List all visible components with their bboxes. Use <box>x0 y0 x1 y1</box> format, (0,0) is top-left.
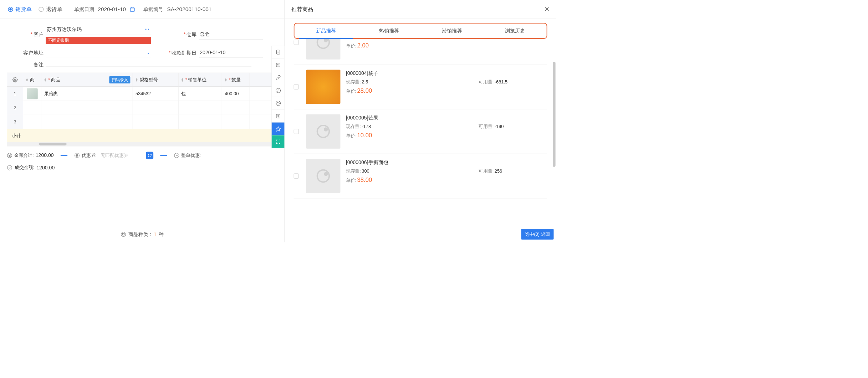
recommend-item[interactable]: [0000006]手撕面包 现存量: 300 可用量: 256 单价: 38.0… <box>294 154 547 198</box>
item-checkbox[interactable] <box>294 40 299 45</box>
customer-label: 客户 <box>34 31 44 37</box>
item-thumb <box>306 70 340 104</box>
duedate-label: 收款到期日 <box>172 50 197 55</box>
product-thumb[interactable] <box>27 88 38 99</box>
row-index: 1 <box>7 87 23 101</box>
avail-label: 可用量: <box>479 79 494 84</box>
price-label: 单价: <box>346 178 356 183</box>
stock-value: 300 <box>362 168 369 173</box>
cell-unit[interactable]: 包 <box>179 87 222 101</box>
tab-slow-recommend[interactable]: 滞销推荐 <box>420 24 484 38</box>
avail-label: 可用量: <box>479 124 494 129</box>
svg-point-4 <box>14 79 16 80</box>
item-name: [0000005]芒果 <box>346 114 547 121</box>
scan-entry-button[interactable]: 扫码录入 <box>109 76 130 83</box>
stock-value: -178 <box>362 124 371 129</box>
close-icon[interactable]: ✕ <box>544 5 550 13</box>
address-chevron-icon[interactable]: ⌄ <box>147 50 150 55</box>
col-qty[interactable]: ▲▼*数量 <box>222 73 249 86</box>
col-image[interactable]: ▲▼商 <box>23 73 41 86</box>
tab-return-order[interactable]: 退货单 <box>39 6 62 13</box>
footer-unit: 种 <box>159 231 164 237</box>
cell-qty[interactable]: 400.00 <box>222 87 249 101</box>
svg-point-23 <box>317 126 330 138</box>
price-value: 28.00 <box>357 87 372 94</box>
dock-exchange-icon[interactable] <box>272 84 285 97</box>
coupon-refresh-button[interactable] <box>146 152 153 159</box>
calendar-icon[interactable] <box>129 6 135 12</box>
recommend-item[interactable]: [0000005]芒果 现存量: -178 可用量: -190 单价: 10.0… <box>294 109 547 154</box>
item-thumb <box>306 114 340 149</box>
dock-link-icon[interactable] <box>272 71 285 84</box>
stock-label: 现存量: <box>346 124 361 129</box>
tab-hot-recommend[interactable]: 热销推荐 <box>357 24 420 38</box>
item-checkbox[interactable] <box>294 85 299 90</box>
price-label: 单价: <box>346 89 356 94</box>
tab-browse-history[interactable]: 浏览历史 <box>484 24 547 38</box>
grid-row[interactable]: 3 <box>7 115 277 129</box>
stock-value: 2.5 <box>362 79 368 84</box>
price-value: 10.00 <box>357 132 372 139</box>
price-value: 38.00 <box>357 177 372 183</box>
customer-value[interactable]: 苏州万达沃尔玛 <box>47 26 82 33</box>
cell-name[interactable]: 果倍爽 <box>41 87 133 101</box>
col-spec[interactable]: ▲▼规格型号 <box>133 73 178 86</box>
dock-expand-icon[interactable] <box>272 135 285 148</box>
svg-marker-18 <box>276 127 280 131</box>
row-index: 2 <box>7 101 23 115</box>
customer-picker-icon[interactable]: ⋯ <box>144 26 150 32</box>
col-product[interactable]: ▲▼*商品 扫码录入 <box>41 73 133 86</box>
deal-amount-label: 成交金额: <box>15 165 34 171</box>
dock-star-icon[interactable] <box>272 123 285 136</box>
subtotal-label: 小计 <box>7 129 41 142</box>
stock-label: 现存量: <box>346 168 361 173</box>
doc-no-value: SA-20200110-001 <box>167 6 211 12</box>
col-unit[interactable]: ▲▼*销售单位 <box>179 73 222 86</box>
doc-date-label: 单据日期 <box>74 6 94 12</box>
svg-point-26 <box>325 173 327 175</box>
price-label: 单价: <box>346 43 356 48</box>
svg-point-24 <box>325 128 327 131</box>
stock-label: 现存量: <box>346 79 361 84</box>
svg-point-15 <box>276 88 280 93</box>
cell-spec[interactable]: 534532 <box>133 87 178 101</box>
tab-new-recommend[interactable]: 新品推荐 <box>295 24 358 38</box>
doc-date-value[interactable]: 2020-01-10 <box>98 6 126 12</box>
yen-circle-icon <box>7 153 12 158</box>
tab-sales-order[interactable]: 销货单 <box>8 6 32 13</box>
recommend-item[interactable]: [0000004]橘子 现存量: 2.5 可用量: -681.5 单价: 28.… <box>294 65 547 109</box>
svg-rect-20 <box>122 233 124 235</box>
dock-cloud-icon[interactable] <box>272 97 285 110</box>
price-label: 单价: <box>346 133 356 138</box>
svg-point-25 <box>317 170 330 182</box>
grid-h-scrollbar[interactable] <box>7 142 277 146</box>
svg-text:券: 券 <box>76 154 78 157</box>
grid-row[interactable]: 1 果倍爽 534532 包 400.00 <box>7 87 277 101</box>
footer-count: 1 <box>154 231 157 237</box>
select-return-button[interactable]: 选中(0) 返回 <box>521 229 553 240</box>
avail-label: 可用量: <box>479 168 494 173</box>
grid-settings-icon[interactable] <box>7 73 23 86</box>
deal-amount-value: 1200.00 <box>36 165 55 171</box>
minus-icon <box>61 155 67 156</box>
duedate-value[interactable]: 2020-01-10 <box>200 50 225 56</box>
panel-scrollbar[interactable] <box>553 62 556 167</box>
coupon-input[interactable]: 无匹配优惠券 <box>98 151 144 160</box>
dock-chart-icon[interactable] <box>272 58 285 71</box>
items-grid: ▲▼商 ▲▼*商品 扫码录入 ▲▼规格型号 ▲▼*销售单位 ▲▼*数量 1 果倍… <box>7 73 277 146</box>
warehouse-value[interactable]: 总仓 <box>200 31 210 37</box>
grid-row[interactable]: 2 <box>7 101 277 115</box>
tab-sales-label: 销货单 <box>15 6 32 13</box>
recommend-item[interactable]: 250ml 现存量: 19952 可用量: 19903 单价: 2.00 <box>294 39 547 65</box>
goods-type-icon <box>121 231 126 237</box>
item-checkbox[interactable] <box>294 129 299 134</box>
item-name: [0000004]橘子 <box>346 70 547 77</box>
dock-yen-icon[interactable] <box>272 110 285 123</box>
dock-doc-icon[interactable] <box>272 46 285 58</box>
avail-value: -190 <box>495 124 504 129</box>
svg-point-22 <box>325 39 327 41</box>
price-value: 2.00 <box>357 42 369 48</box>
panel-tabs: 新品推荐 热销推荐 滞销推荐 浏览历史 <box>294 23 547 39</box>
item-checkbox[interactable] <box>294 174 299 179</box>
amount-total-value: 1200.00 <box>36 153 54 159</box>
